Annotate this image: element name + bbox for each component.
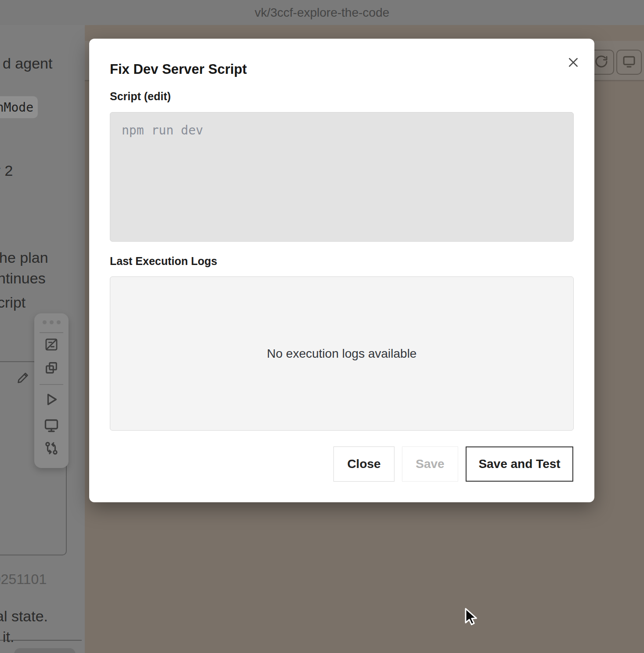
floating-toolbar bbox=[34, 313, 69, 468]
dialog-title: Fix Dev Server Script bbox=[110, 62, 247, 77]
backdrop-left-panel: d agent nMode y 2 he plan ntinues cript bbox=[0, 25, 85, 653]
clipped-text: al state. bbox=[0, 608, 48, 625]
mouse-cursor bbox=[462, 607, 480, 628]
logo-icon bbox=[44, 337, 59, 354]
inline-code-pill: nMode bbox=[0, 96, 38, 118]
clipped-text: he plan bbox=[0, 249, 48, 266]
close-icon[interactable] bbox=[561, 50, 586, 75]
script-input[interactable] bbox=[110, 112, 574, 242]
copy-icon bbox=[44, 360, 59, 377]
panel-divider bbox=[0, 640, 82, 641]
save-and-test-button[interactable]: Save and Test bbox=[466, 446, 573, 482]
toolbar-divider bbox=[40, 332, 63, 333]
save-button: Save bbox=[402, 446, 458, 482]
clipped-button bbox=[14, 648, 76, 653]
clipped-text: d agent bbox=[3, 55, 52, 72]
execution-logs-panel: No execution logs available bbox=[110, 276, 574, 431]
window-title: vk/3ccf-explore-the-code bbox=[255, 6, 390, 20]
fix-dev-server-dialog: Fix Dev Server Script Script (edit) Last… bbox=[89, 39, 594, 502]
clipped-text: cript bbox=[0, 294, 25, 311]
toolbar-divider bbox=[40, 384, 63, 385]
logs-label: Last Execution Logs bbox=[110, 255, 217, 268]
pencil-icon bbox=[17, 372, 29, 386]
window-titlebar: vk/3ccf-explore-the-code bbox=[0, 0, 644, 25]
clipped-text: ntinues bbox=[0, 270, 46, 287]
monitor-icon bbox=[622, 54, 636, 70]
play-icon bbox=[43, 392, 59, 409]
refresh-icon bbox=[594, 54, 608, 70]
clipped-text: y 2 bbox=[0, 162, 13, 179]
monitor-icon bbox=[43, 417, 59, 435]
dialog-actions: Close Save Save and Test bbox=[89, 446, 573, 482]
close-button[interactable]: Close bbox=[333, 446, 394, 482]
git-compare-icon bbox=[44, 441, 59, 457]
script-label: Script (edit) bbox=[110, 90, 171, 103]
clipped-text: it. bbox=[3, 628, 14, 646]
logs-empty-message: No execution logs available bbox=[267, 347, 417, 361]
clipped-timestamp: 0251101 bbox=[0, 571, 47, 588]
drag-handle-icon bbox=[34, 320, 69, 324]
monitor-button bbox=[616, 50, 642, 75]
